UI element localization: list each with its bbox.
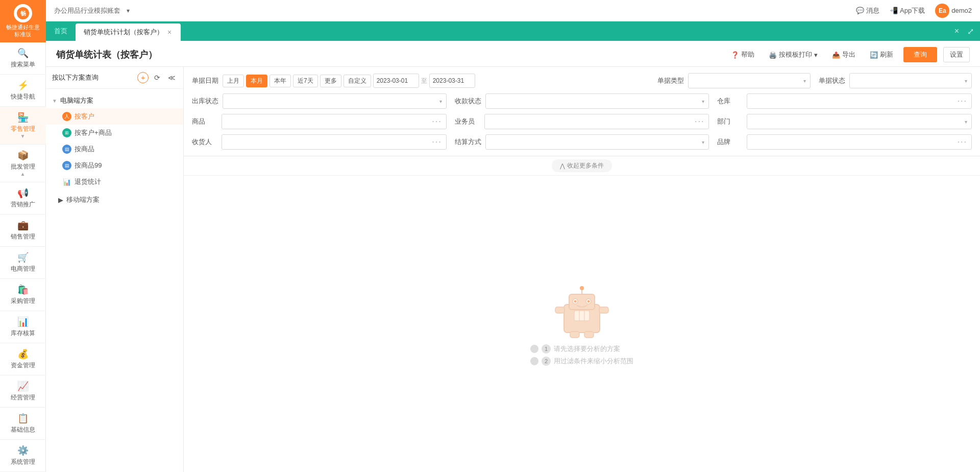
svg-rect-13	[584, 332, 594, 338]
query-button[interactable]: 查询	[903, 47, 937, 62]
filter-paymentstatus-field: 收款状态 ▾	[455, 93, 709, 109]
export-button[interactable]: 📤 导出	[828, 48, 860, 61]
sidebar-item-purchase[interactable]: 🛍️ 采购管理	[0, 279, 46, 311]
help-button[interactable]: ❓ 帮助	[727, 48, 758, 61]
message-button[interactable]: 💬 消息	[856, 6, 879, 15]
sidebar-item-sales[interactable]: 💼 销售管理	[0, 215, 46, 247]
tree-item-by-product[interactable]: ▤ 按商品	[46, 141, 183, 157]
filter-row-4: 收货人 ··· 结算方式 ▾	[192, 134, 972, 150]
sidebar-item-operations[interactable]: 📈 经营管理	[0, 375, 46, 408]
wholesale-icon: 📦	[17, 150, 29, 161]
tab-close-window-button[interactable]: ×	[952, 25, 961, 38]
paymentstatus-arrow: ▾	[702, 99, 704, 104]
date-btn-thisyear[interactable]: 本年	[270, 75, 291, 87]
operations-icon: 📈	[17, 381, 29, 392]
filter-row-3: 商品 ··· 业务员 ···	[192, 114, 972, 129]
sidebar-item-retail[interactable]: 🏪 零售管理 ▼	[0, 107, 46, 145]
finance-icon: 💰	[17, 348, 29, 360]
sidebar-item-ecommerce[interactable]: 🛒 电商管理	[0, 247, 46, 279]
collapse-button[interactable]: ⋀ 收起更多条件	[552, 159, 612, 172]
orderstatus-arrow: ▾	[965, 78, 967, 84]
tab-close-button[interactable]: ×	[166, 28, 173, 36]
tree-group-pc-header[interactable]: ▼ 电脑端方案	[46, 93, 183, 108]
sidebar-item-wholesale[interactable]: 📦 批发管理 ▲	[0, 145, 46, 182]
basic-icon: 📋	[17, 413, 29, 424]
user-menu[interactable]: Ea demo2	[935, 4, 972, 18]
breadcrumb-dropdown[interactable]: ▾	[127, 7, 130, 14]
by-product99-icon: ▤	[62, 161, 71, 170]
salesperson-control[interactable]: ···	[484, 114, 709, 129]
storagestatus-control[interactable]: ▾	[223, 93, 447, 109]
filter-product-field: 商品 ···	[192, 114, 447, 129]
tree-item-by-product99[interactable]: ▤ 按商品99	[46, 157, 183, 174]
orderstatus-control[interactable]: ▾	[849, 73, 972, 88]
storagestatus-arrow: ▾	[439, 99, 442, 104]
sidebar-item-finance[interactable]: 💰 资金管理	[0, 343, 46, 375]
refresh-button[interactable]: 🔄 刷新	[866, 48, 897, 61]
tree-group-mobile: ▶ 移动端方案	[46, 192, 183, 207]
svg-rect-11	[599, 307, 608, 313]
tree-group-mobile-header[interactable]: ▶ 移动端方案	[46, 192, 183, 207]
warehouse-control[interactable]: ···	[747, 93, 972, 109]
pc-group-name: 电脑端方案	[60, 96, 93, 105]
refresh-scheme-button[interactable]: ⟳	[152, 72, 163, 83]
collapse-up-icon: ⋀	[560, 162, 565, 170]
tree-item-by-customer[interactable]: 人 按客户	[46, 108, 183, 125]
product-label: 商品	[192, 117, 217, 126]
sidebar-item-system[interactable]: ⚙️ 系统管理	[0, 440, 46, 472]
sidebar-item-quicknav[interactable]: ⚡ 快捷导航	[0, 75, 46, 107]
export-icon: 📤	[832, 51, 840, 59]
collapse-bar[interactable]: ⋀ 收起更多条件	[184, 156, 980, 176]
filter-brand-field: 品牌 ···	[717, 134, 972, 150]
wholesale-arrow: ▲	[20, 171, 26, 177]
sidebar: 畅 畅捷通好生意 标准版 🔍 搜索菜单 ⚡ 快捷导航 🏪 零售管理 ▼ 📦 批发…	[0, 0, 46, 472]
content-split: 按以下方案查询 + ⟳ ≪ ▼ 电脑端方案	[46, 67, 980, 472]
tree-item-return-stats[interactable]: 📊 退货统计	[46, 174, 183, 190]
department-control[interactable]: ▾	[747, 114, 972, 129]
date-to-input[interactable]	[429, 74, 475, 88]
tab-maximize-button[interactable]: ⤢	[965, 25, 976, 38]
collapse-panel-button[interactable]: ≪	[166, 72, 177, 83]
ordertype-label: 单据类型	[657, 76, 684, 85]
date-btn-7days[interactable]: 近7天	[293, 75, 318, 87]
sidebar-item-search[interactable]: 🔍 搜索菜单	[0, 42, 46, 75]
date-from-input[interactable]	[373, 74, 419, 88]
product-control[interactable]: ···	[222, 114, 447, 129]
recipient-label: 收货人	[192, 137, 217, 147]
ordertype-arrow: ▾	[803, 78, 806, 84]
date-btn-thismonth[interactable]: 本月	[246, 75, 267, 87]
filter-orderstatus-field: 单据状态 ▾	[819, 73, 972, 88]
tab-home[interactable]: 首页	[46, 21, 76, 41]
empty-num-2: 2	[542, 357, 551, 366]
settlement-arrow: ▾	[702, 139, 704, 145]
brand-control[interactable]: ···	[747, 134, 972, 150]
add-scheme-button[interactable]: +	[137, 72, 149, 83]
settlement-label: 结算方式	[455, 137, 481, 147]
message-icon: 💬	[856, 7, 864, 14]
app-download-button[interactable]: 📲 App下载	[890, 6, 925, 15]
logo-icon: 畅	[14, 4, 32, 22]
sidebar-item-inventory[interactable]: 📊 库存核算	[0, 311, 46, 343]
date-btn-custom[interactable]: 自定义	[344, 75, 371, 87]
sidebar-logo[interactable]: 畅 畅捷通好生意 标准版	[0, 0, 46, 42]
date-btn-lastmonth[interactable]: 上月	[223, 75, 244, 87]
paymentstatus-control[interactable]: ▾	[485, 93, 709, 109]
svg-text:畅: 畅	[20, 10, 26, 16]
product-dots: ···	[432, 117, 442, 126]
settings-button[interactable]: 设置	[943, 47, 970, 62]
sidebar-item-marketing[interactable]: 📢 营销推广	[0, 182, 46, 215]
settlement-control[interactable]: ▾	[485, 134, 709, 150]
ordertype-control[interactable]: ▾	[688, 73, 811, 88]
recipient-control[interactable]: ···	[222, 134, 447, 150]
tab-bar: 首页 销货单统计计划（按客户） × × ⤢	[46, 21, 980, 41]
filter-storagestatus-field: 出库状态 ▾	[192, 93, 447, 109]
tab-active[interactable]: 销货单统计计划（按客户） ×	[76, 23, 181, 41]
by-customer-icon: 人	[62, 112, 71, 121]
mobile-group-arrow: ▶	[58, 196, 63, 204]
date-btn-more[interactable]: 更多	[320, 75, 341, 87]
tree-item-customer-product[interactable]: ⊞ 按客户+商品	[46, 125, 183, 141]
left-panel-actions: + ⟳ ≪	[137, 72, 177, 83]
sidebar-item-basic[interactable]: 📋 基础信息	[0, 408, 46, 440]
left-panel-header: 按以下方案查询 + ⟳ ≪	[46, 67, 183, 89]
print-button[interactable]: 🖨️ 按模板打印 ▾	[765, 48, 822, 61]
